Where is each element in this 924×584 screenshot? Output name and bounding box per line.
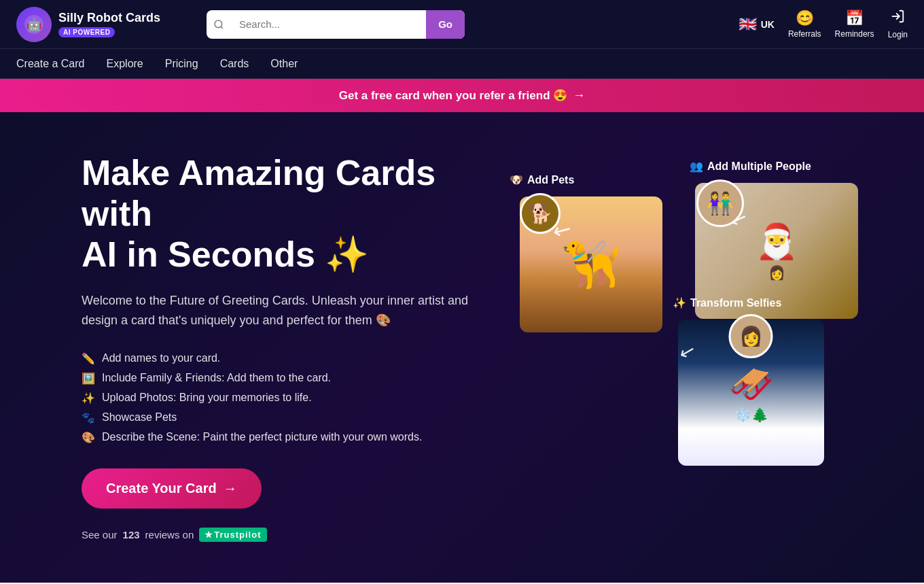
trustpilot-suffix: reviews on bbox=[145, 529, 194, 540]
search-input[interactable] bbox=[231, 10, 426, 39]
promo-text: Get a free card when you refer a friend … bbox=[339, 88, 568, 103]
create-card-button[interactable]: Create Your Card → bbox=[82, 468, 262, 509]
header-right: 🇬🇧 UK 😊 Referrals 📅 Reminders Login bbox=[739, 9, 908, 39]
feature-scene-icon: 🎨 bbox=[82, 431, 95, 444]
login-button[interactable]: Login bbox=[888, 9, 908, 39]
feature-photos-icon: ✨ bbox=[82, 392, 95, 405]
feature-photos: ✨Upload Photos: Bring your memories to l… bbox=[82, 392, 476, 405]
login-icon bbox=[890, 9, 905, 28]
login-label: Login bbox=[888, 30, 908, 39]
trustpilot-row: See our 123 reviews on ★ Trustpilot bbox=[82, 528, 476, 542]
promo-arrow-icon: → bbox=[573, 88, 585, 103]
trustpilot-count: 123 bbox=[123, 529, 140, 540]
search-bar: Go bbox=[207, 10, 465, 39]
people-icon: 👥 bbox=[690, 160, 703, 173]
reminders-icon: 📅 bbox=[845, 10, 864, 27]
selfies-group: ✨ Transform Selfies 👩 ↙ 🛷 ❄️🌲 bbox=[673, 296, 829, 473]
hero-left: Make Amazing Cards withAI in Seconds ✨ W… bbox=[82, 153, 476, 542]
selfies-sparkle-icon: ✨ bbox=[673, 296, 686, 309]
logo-link[interactable]: 🤖 Silly Robot Cards AI POWERED bbox=[16, 7, 193, 42]
feature-names: ✏️Add names to your card. bbox=[82, 352, 476, 365]
selfies-label: ✨ Transform Selfies bbox=[673, 296, 829, 309]
feature-pets-icon: 🐾 bbox=[82, 411, 95, 424]
logo-icon: 🤖 bbox=[16, 7, 52, 42]
feature-family-icon: 🖼️ bbox=[82, 372, 95, 385]
trustpilot-prefix: See our bbox=[82, 529, 118, 540]
hero-title-line1: Make Amazing Cards withAI in Seconds ✨ bbox=[82, 153, 436, 274]
trustpilot-star-icon: ★ bbox=[205, 530, 213, 540]
pets-group: 🐶 🐶 Add Pets Add Pets 🐕 ↙ 🦮 bbox=[510, 173, 666, 339]
referrals-label: Referrals bbox=[788, 29, 821, 39]
trustpilot-name: Trustpilot bbox=[214, 530, 261, 540]
people-label: 👥 Add Multiple People bbox=[690, 160, 863, 173]
svg-text:🤖: 🤖 bbox=[26, 17, 42, 32]
referrals-button[interactable]: 😊 Referrals bbox=[788, 10, 821, 39]
svg-point-2 bbox=[215, 20, 222, 28]
nav-item-cards[interactable]: Cards bbox=[220, 58, 249, 70]
feature-names-icon: ✏️ bbox=[82, 352, 95, 365]
header: 🤖 Silly Robot Cards AI POWERED Go 🇬🇧 UK … bbox=[0, 0, 924, 49]
pets-icon: 🐶 bbox=[510, 173, 523, 186]
pets-label: 🐶 🐶 Add Pets Add Pets bbox=[510, 173, 666, 186]
hero-title: Make Amazing Cards withAI in Seconds ✨ bbox=[82, 153, 476, 275]
nav-item-explore[interactable]: Explore bbox=[107, 58, 143, 70]
main-nav: Create a Card Explore Pricing Cards Othe… bbox=[0, 49, 924, 79]
selfies-card: 👩 ↙ 🛷 ❄️🌲 bbox=[673, 320, 829, 473]
ai-badge: AI POWERED bbox=[58, 27, 115, 37]
pets-avatar: 🐕 bbox=[520, 193, 561, 234]
trustpilot-logo[interactable]: ★ Trustpilot bbox=[199, 528, 266, 542]
nav-item-pricing[interactable]: Pricing bbox=[165, 58, 198, 70]
reminders-button[interactable]: 📅 Reminders bbox=[835, 10, 874, 39]
logo-text: Silly Robot Cards AI POWERED bbox=[58, 11, 160, 37]
promo-banner[interactable]: Get a free card when you refer a friend … bbox=[0, 79, 924, 112]
hero-section: Make Amazing Cards withAI in Seconds ✨ W… bbox=[0, 112, 924, 583]
hero-subtitle: Welcome to the Future of Greeting Cards.… bbox=[82, 291, 476, 330]
people-avatar: 👫 bbox=[696, 179, 744, 227]
selfies-avatar: 👩 bbox=[729, 314, 773, 358]
hero-features: ✏️Add names to your card. 🖼️Include Fami… bbox=[82, 352, 476, 444]
hero-right-collage: 🐶 🐶 Add Pets Add Pets 🐕 ↙ 🦮 👥 Add Multip… bbox=[489, 153, 870, 506]
feature-pets: 🐾Showcase Pets bbox=[82, 411, 476, 424]
pets-card: 🐕 ↙ 🦮 bbox=[510, 196, 666, 339]
uk-label: UK bbox=[761, 19, 775, 30]
cta-label: Create Your Card bbox=[106, 481, 217, 496]
feature-family: 🖼️Include Family & Friends: Add them to … bbox=[82, 372, 476, 385]
reminders-label: Reminders bbox=[835, 29, 874, 39]
referrals-icon: 😊 bbox=[796, 10, 814, 27]
feature-scene: 🎨Describe the Scene: Paint the perfect p… bbox=[82, 431, 476, 444]
brand-title: Silly Robot Cards bbox=[58, 11, 160, 26]
cta-arrow-icon: → bbox=[224, 481, 237, 496]
search-icon bbox=[207, 19, 231, 30]
nav-item-other[interactable]: Other bbox=[270, 58, 298, 70]
nav-item-create-a-card[interactable]: Create a Card bbox=[16, 58, 85, 70]
uk-region-selector[interactable]: 🇬🇧 UK bbox=[739, 16, 775, 33]
search-go-button[interactable]: Go bbox=[426, 10, 465, 39]
